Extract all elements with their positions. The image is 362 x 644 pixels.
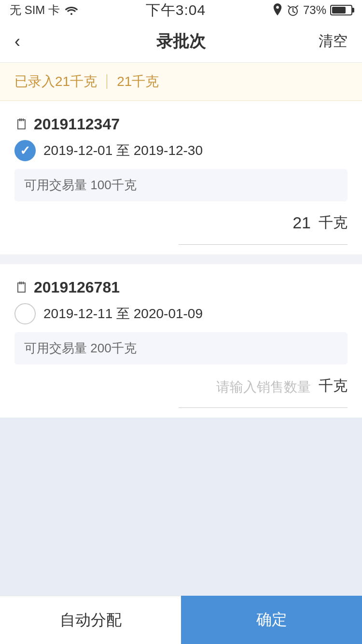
info-divider	[107, 74, 107, 89]
status-bar: 无 SIM 卡 下午3:04 73%	[0, 0, 362, 20]
confirm-button[interactable]: 确定	[181, 596, 362, 644]
batch-avail-2: 可用交易量 200千克	[14, 332, 348, 364]
batch1-underline	[179, 244, 348, 245]
batch1-unit: 千克	[319, 213, 348, 233]
batch-icon-1: 🗒	[14, 116, 29, 133]
status-left: 无 SIM 卡	[10, 2, 79, 18]
page-title: 录批次	[156, 30, 206, 53]
battery-percent: 73%	[303, 3, 326, 17]
back-button[interactable]: ‹	[14, 31, 53, 52]
batch2-underline	[179, 407, 348, 408]
nav-bar: ‹ 录批次 清空	[0, 20, 362, 63]
info-banner: 已录入21千克 21千克	[0, 63, 362, 101]
section-divider	[0, 254, 362, 264]
batch-id-1: 2019112347	[34, 115, 120, 133]
alarm-icon	[287, 3, 299, 17]
batch2-input-section: 千克	[0, 364, 362, 407]
batch-radio-2[interactable]	[14, 303, 36, 324]
batch1-underline-wrap	[0, 244, 362, 254]
batch-date-row-2: 2019-12-11 至 2020-01-09	[14, 303, 348, 324]
batch-id-2: 2019126781	[34, 279, 120, 296]
batch-avail-1: 可用交易量 100千克	[14, 169, 348, 201]
batch2-underline-wrap	[0, 407, 362, 418]
batch-card-2: 🗒 2019126781 2019-12-11 至 2020-01-09 可用交…	[0, 264, 362, 364]
batch-header-2: 🗒 2019126781	[14, 279, 348, 296]
batch1-input-section: 21 千克	[0, 201, 362, 244]
auto-distribute-label: 自动分配	[60, 610, 122, 631]
status-time: 下午3:04	[146, 0, 206, 20]
status-right: 73%	[272, 3, 352, 17]
bottom-buttons: 自动分配 确定	[0, 596, 362, 644]
location-icon	[272, 3, 283, 17]
battery-fill	[332, 7, 346, 14]
recorded-label: 已录入21千克	[14, 72, 97, 91]
wifi-icon	[64, 4, 79, 16]
batch2-unit: 千克	[319, 376, 348, 396]
info-value: 21千克	[117, 72, 159, 91]
batch-icon-2: 🗒	[14, 280, 29, 296]
batch-date-2: 2019-12-11 至 2020-01-09	[43, 305, 203, 323]
batch-header-1: 🗒 2019112347	[14, 115, 348, 133]
batch-date-1: 2019-12-01 至 2019-12-30	[43, 141, 203, 160]
batch-card-1: 🗒 2019112347 2019-12-01 至 2019-12-30 可用交…	[0, 101, 362, 201]
confirm-label: 确定	[256, 609, 287, 630]
batch-date-row-1: 2019-12-01 至 2019-12-30	[14, 140, 348, 161]
batch-radio-1[interactable]	[14, 140, 36, 161]
batch1-qty-value: 21	[292, 213, 311, 232]
auto-distribute-button[interactable]: 自动分配	[0, 596, 181, 644]
battery-bar	[330, 5, 352, 15]
batch2-qty-input[interactable]	[214, 377, 311, 395]
carrier-label: 无 SIM 卡	[10, 2, 60, 18]
clear-button[interactable]: 清空	[309, 31, 348, 51]
